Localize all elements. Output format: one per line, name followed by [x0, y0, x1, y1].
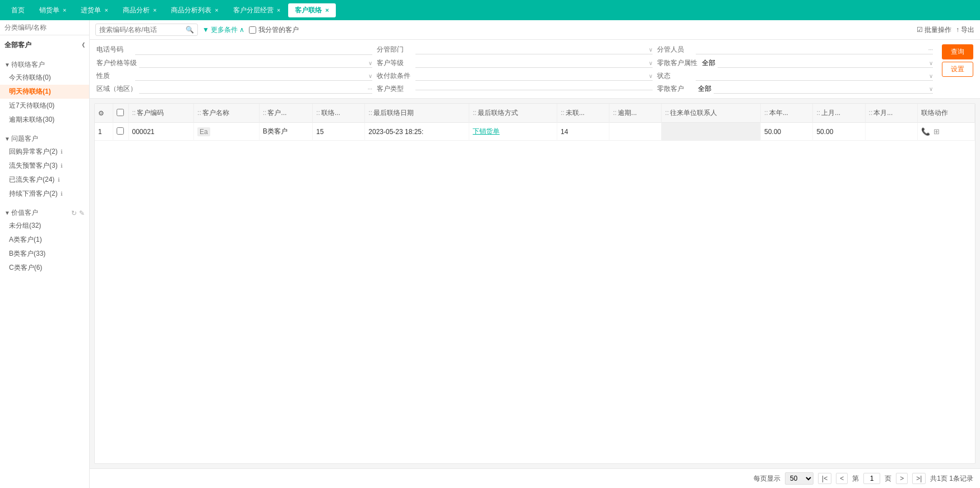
sidebar-item-ungrouped[interactable]: 未分组(32) [0, 219, 89, 233]
all-customers-header[interactable]: 全部客户 《 [0, 38, 89, 53]
collapse-icon[interactable]: 《 [79, 42, 85, 49]
main-layout: 🔍 全部客户 《 ▼ 待联络客户 今天待联络(0) 明天待联络(1) 近7天待联… [0, 20, 980, 488]
value-group-label[interactable]: ▼ 价值客户 ↻ ✎ [0, 205, 89, 219]
nav-customer-tier[interactable]: 客户分层经营 × [226, 3, 287, 17]
row-select-checkbox[interactable] [117, 127, 124, 135]
top-nav: 首页 销货单 × 进货单 × 商品分析 × 商品分析列表 × 客户分层经营 × … [0, 0, 980, 20]
nav-sales-order[interactable]: 销货单 × [33, 3, 73, 17]
nav-purchase-order[interactable]: 进货单 × [74, 3, 114, 17]
sort-icon[interactable]: :: [764, 109, 768, 117]
sidebar-item-a-class[interactable]: A类客户(1) [0, 233, 89, 247]
sort-icon[interactable]: :: [197, 109, 201, 117]
nav-customer-contact[interactable]: 客户联络 × [288, 3, 335, 17]
filter-panel: 电话号码 分管部门 ∨ 分管人员 ··· [90, 40, 980, 99]
toolbar-right: ☑ 批量操作 ↑ 导出 [917, 25, 974, 35]
sidebar-item-today[interactable]: 今天待联络(0) [0, 71, 89, 85]
sidebar-item-overdue[interactable]: 逾期未联络(30) [0, 113, 89, 127]
sidebar-item-lost[interactable]: 已流失客户(24) ℹ [0, 173, 89, 187]
retail-attr-select[interactable]: ∨ [718, 59, 933, 68]
filter-gender: 性质 ∨ [96, 71, 372, 81]
col-customer-name: ::客户名称 [194, 104, 260, 123]
close-icon[interactable]: × [215, 7, 218, 13]
sort-icon[interactable]: :: [316, 109, 320, 117]
sort-icon[interactable]: :: [869, 109, 873, 117]
row-checkbox[interactable] [113, 123, 128, 141]
sort-icon[interactable]: :: [561, 109, 565, 117]
row-this-month [865, 123, 917, 141]
content-area: 🔍 ▼ 更多条件 ∧ 我分管的客户 ☑ 批量操作 ↑ 导出 [90, 20, 980, 488]
checkbox-icon: ☑ [917, 26, 923, 34]
more-conditions-btn[interactable]: ▼ 更多条件 ∧ [202, 25, 244, 35]
sidebar-item-abnormal[interactable]: 回购异常客户(2) ℹ [0, 145, 89, 159]
payment-select[interactable]: ∨ [415, 72, 653, 81]
close-icon[interactable]: × [325, 7, 329, 13]
col-contact-count: ::联络... [313, 104, 365, 123]
query-button[interactable]: 查询 [942, 44, 973, 59]
search-icon[interactable]: 🔍 [186, 26, 194, 34]
select-all-checkbox[interactable] [117, 109, 124, 116]
phone-icon[interactable]: 📞 [921, 127, 930, 136]
pending-group-label[interactable]: ▼ 待联络客户 [0, 57, 89, 71]
sort-icon[interactable]: :: [132, 109, 136, 117]
sidebar-search-input[interactable] [4, 24, 89, 31]
per-page-select[interactable]: 50 100 200 [785, 472, 813, 485]
sidebar-item-b-class[interactable]: B类客户(33) [0, 247, 89, 261]
close-icon[interactable]: × [153, 7, 156, 13]
close-icon[interactable]: × [104, 7, 108, 13]
status-select[interactable]: ∨ [696, 72, 933, 81]
last-page-btn[interactable]: >| [912, 473, 926, 484]
sidebar-item-c-class[interactable]: C类客户(6) [0, 261, 89, 275]
nav-product-analysis-list[interactable]: 商品分析列表 × [164, 3, 225, 17]
col-actions: 联络动作 [917, 104, 974, 123]
phone-input[interactable] [135, 44, 372, 55]
prev-page-btn[interactable]: < [836, 473, 848, 484]
row-last-month: 50.00 [813, 123, 865, 141]
sort-icon[interactable]: :: [665, 109, 669, 117]
customer-type-select[interactable] [415, 88, 653, 90]
col-uncontacted: ::未联... [557, 104, 609, 123]
gender-select[interactable]: ∨ [135, 72, 372, 81]
search-box: 🔍 [95, 24, 198, 36]
batch-op-btn[interactable]: ☑ 批量操作 [917, 25, 951, 35]
export-icon: ↑ [956, 26, 959, 34]
customer-value-select[interactable]: ∨ [139, 59, 372, 68]
col-checkbox[interactable] [113, 104, 128, 123]
filter-customer-grade: 客户等级 ∨ [377, 58, 653, 68]
my-customers-checkbox[interactable]: 我分管的客户 [249, 25, 299, 35]
sort-icon[interactable]: :: [473, 109, 477, 117]
page-number-input[interactable] [863, 473, 880, 484]
info-icon: ℹ [58, 177, 60, 183]
row-last-contact-method[interactable]: 下销货单 [469, 123, 557, 141]
nav-home[interactable]: 首页 [4, 3, 31, 17]
sidebar-item-declining[interactable]: 持续下滑客户(2) ℹ [0, 187, 89, 201]
edit-icon[interactable]: ✎ [79, 209, 85, 217]
info-icon: ℹ [61, 163, 63, 169]
next-page-btn[interactable]: > [896, 473, 908, 484]
sort-icon[interactable]: :: [613, 109, 617, 117]
problem-group-label[interactable]: ▼ 问题客户 [0, 131, 89, 145]
first-page-btn[interactable]: |< [818, 473, 831, 484]
close-icon[interactable]: × [63, 7, 66, 13]
customer-grade-select[interactable]: ∨ [415, 59, 653, 68]
dept-select[interactable]: ∨ [415, 45, 653, 54]
area-select[interactable]: ··· [139, 85, 372, 94]
settings-button[interactable]: 设置 [942, 62, 973, 77]
nav-product-analysis[interactable]: 商品分析 × [116, 3, 163, 17]
sort-icon[interactable]: :: [816, 109, 820, 117]
retail-customer-select[interactable]: ∨ [714, 85, 933, 94]
my-customers-check[interactable] [249, 26, 256, 34]
export-btn[interactable]: ↑ 导出 [956, 25, 974, 35]
search-input[interactable] [99, 26, 183, 34]
refresh-icon[interactable]: ↻ [71, 209, 77, 217]
sidebar-item-7days[interactable]: 近7天待联络(0) [0, 99, 89, 113]
col-settings[interactable]: ⚙ [95, 104, 113, 123]
person-select[interactable]: ··· [696, 45, 933, 54]
sort-icon[interactable]: :: [263, 109, 267, 117]
action-icons-group: 📞 ⊞ [921, 127, 971, 136]
grid-icon[interactable]: ⊞ [933, 127, 940, 136]
sort-icon[interactable]: :: [368, 109, 372, 117]
sidebar-item-warning[interactable]: 流失预警客户(3) ℹ [0, 159, 89, 173]
close-icon[interactable]: × [277, 7, 280, 13]
sidebar-item-tomorrow[interactable]: 明天待联络(1) [0, 85, 89, 99]
pagination: 每页显示 50 100 200 |< < 第 页 > >| 共1页 1条记录 [90, 468, 980, 488]
